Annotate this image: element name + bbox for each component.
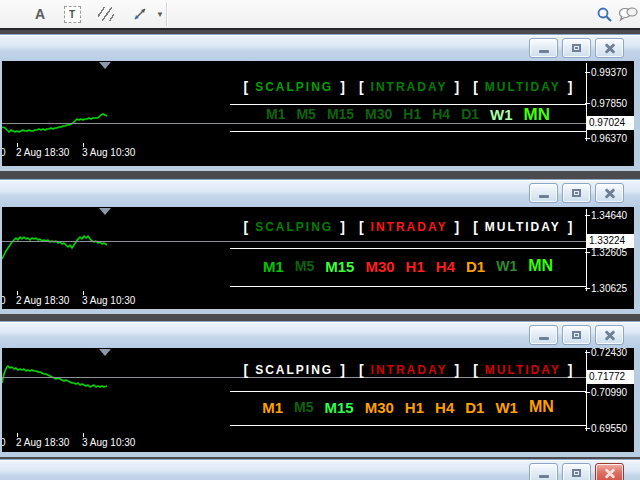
- timeframe-button-m5[interactable]: M5: [295, 259, 314, 273]
- bracket-open: [: [473, 219, 478, 235]
- timeframe-button-d1[interactable]: D1: [461, 107, 479, 121]
- time-axis[interactable]: 02 Aug 18:303 Aug 10:30: [2, 293, 582, 307]
- timeframe-button-m1[interactable]: M1: [266, 107, 285, 121]
- restore-button[interactable]: [562, 183, 591, 203]
- mode-button-multiday[interactable]: [MULTIDAY]: [473, 219, 572, 235]
- bracket-close: ]: [454, 362, 459, 378]
- chart-shift-marker-icon[interactable]: [99, 62, 111, 69]
- window-controls: [529, 38, 624, 58]
- chart-window-1: [SCALPING][INTRADAY][MULTIDAY]M1M5M15M30…: [0, 34, 640, 171]
- search-icon[interactable]: [594, 4, 614, 24]
- price-scale-label: 0.69550: [591, 422, 634, 435]
- timeframe-button-mn[interactable]: MN: [528, 258, 553, 274]
- chart-shift-marker-icon[interactable]: [99, 349, 111, 356]
- time-axis-label: 3 Aug 10:30: [82, 147, 135, 158]
- price-scale-label: 0.97850: [591, 97, 634, 110]
- timeframe-button-h1[interactable]: H1: [405, 400, 424, 415]
- chart-area[interactable]: [SCALPING][INTRADAY][MULTIDAY]M1M5M15M30…: [0, 207, 640, 314]
- titlebar[interactable]: [0, 459, 640, 480]
- timeframe-button-m15[interactable]: M15: [325, 259, 354, 274]
- minimize-icon: [539, 337, 549, 340]
- restore-icon: [572, 469, 581, 477]
- close-button[interactable]: [595, 325, 624, 345]
- mode-label: INTRADAY: [371, 363, 448, 377]
- timeframe-button-h4[interactable]: H4: [432, 107, 450, 121]
- close-button[interactable]: [595, 183, 624, 203]
- restore-icon: [572, 331, 581, 339]
- bracket-close: ]: [340, 219, 345, 235]
- timeframe-button-m30[interactable]: M30: [365, 259, 394, 274]
- mode-button-multiday[interactable]: [MULTIDAY]: [473, 79, 572, 95]
- chart-area[interactable]: [SCALPING][INTRADAY][MULTIDAY]M1M5M15M30…: [0, 61, 640, 171]
- close-button[interactable]: [595, 463, 624, 480]
- timeframe-button-mn[interactable]: MN: [529, 399, 554, 415]
- timeframe-button-d1[interactable]: D1: [465, 400, 484, 415]
- timeframe-button-h4[interactable]: H4: [436, 259, 455, 274]
- top-toolbar: A T ▼: [0, 0, 640, 29]
- restore-button[interactable]: [562, 325, 591, 345]
- minimize-button[interactable]: [529, 463, 558, 480]
- label-tool-glyph: T: [64, 6, 81, 23]
- timeframe-button-d1[interactable]: D1: [466, 259, 485, 274]
- chat-icon[interactable]: [618, 4, 638, 24]
- restore-button[interactable]: [562, 463, 591, 480]
- channel-tool-icon[interactable]: [96, 4, 116, 24]
- current-price-line: [2, 241, 586, 242]
- titlebar[interactable]: [0, 321, 640, 348]
- timeframe-button-h1[interactable]: H1: [403, 107, 421, 121]
- time-axis[interactable]: 02 Aug 18:303 Aug 10:30: [2, 145, 582, 159]
- minimize-button[interactable]: [529, 38, 558, 58]
- mode-button-intraday[interactable]: [INTRADAY]: [359, 79, 459, 95]
- timeframe-button-m5[interactable]: M5: [294, 400, 313, 414]
- minimize-icon: [539, 50, 549, 53]
- timeframe-button-h1[interactable]: H1: [406, 259, 425, 274]
- panel-separator-line: [230, 286, 586, 287]
- minimize-button[interactable]: [529, 183, 558, 203]
- text-tool-icon[interactable]: A: [30, 4, 50, 24]
- mode-button-scalping[interactable]: [SCALPING]: [244, 219, 345, 235]
- mode-button-intraday[interactable]: [INTRADAY]: [359, 362, 459, 378]
- chart-window-2: [SCALPING][INTRADAY][MULTIDAY]M1M5M15M30…: [0, 179, 640, 314]
- timeframe-row: M1M5M15M30H1H4D1W1MN: [230, 104, 586, 124]
- mode-button-intraday[interactable]: [INTRADAY]: [359, 219, 459, 235]
- timeframe-button-m15[interactable]: M15: [327, 107, 354, 121]
- timeframe-button-w1[interactable]: W1: [495, 400, 518, 415]
- timeframe-button-m1[interactable]: M1: [262, 400, 283, 415]
- mode-label: INTRADAY: [371, 80, 448, 94]
- timeframe-row: M1M5M15M30H1H4D1W1MN: [230, 256, 586, 276]
- mode-button-scalping[interactable]: [SCALPING]: [244, 79, 345, 95]
- mode-label: MULTIDAY: [485, 220, 561, 234]
- trade-mode-row: [SCALPING][INTRADAY][MULTIDAY]: [230, 78, 586, 96]
- titlebar[interactable]: [0, 34, 640, 61]
- bracket-open: [: [359, 362, 364, 378]
- timeframe-button-m30[interactable]: M30: [365, 107, 392, 121]
- mode-button-scalping[interactable]: [SCALPING]: [244, 362, 345, 378]
- price-scale-label: 1.34640: [591, 209, 634, 222]
- minimize-button[interactable]: [529, 325, 558, 345]
- timeframe-button-h4[interactable]: H4: [435, 400, 454, 415]
- timeframe-button-m30[interactable]: M30: [365, 400, 394, 415]
- timeframe-button-m1[interactable]: M1: [263, 259, 284, 274]
- chart-area[interactable]: [SCALPING][INTRADAY][MULTIDAY]M1M5M15M30…: [0, 348, 640, 457]
- label-tool-icon[interactable]: T: [62, 4, 82, 24]
- timeframe-button-m15[interactable]: M15: [324, 400, 353, 415]
- time-axis-label: 2 Aug 18:30: [16, 295, 69, 306]
- timeframe-button-mn[interactable]: MN: [524, 106, 550, 123]
- price-scale-label: 0.99370: [591, 66, 634, 79]
- time-axis[interactable]: 02 Aug 18:303 Aug 10:30: [2, 435, 582, 449]
- mode-label: MULTIDAY: [485, 363, 561, 377]
- mode-label: INTRADAY: [371, 220, 448, 234]
- timeframe-button-w1[interactable]: W1: [496, 259, 517, 273]
- close-button[interactable]: [595, 38, 624, 58]
- restore-button[interactable]: [562, 38, 591, 58]
- timeframe-button-m5[interactable]: M5: [296, 107, 315, 121]
- arrows-glyph: [132, 6, 148, 22]
- bracket-close: ]: [568, 219, 573, 235]
- chart-shift-marker-icon[interactable]: [99, 208, 111, 215]
- arrows-tool-icon[interactable]: [130, 4, 150, 24]
- price-scale-label: 0.96370: [591, 132, 634, 145]
- titlebar[interactable]: [0, 179, 640, 207]
- timeframe-button-w1[interactable]: W1: [490, 107, 513, 122]
- mode-button-multiday[interactable]: [MULTIDAY]: [473, 362, 572, 378]
- panel-separator-line: [230, 391, 586, 392]
